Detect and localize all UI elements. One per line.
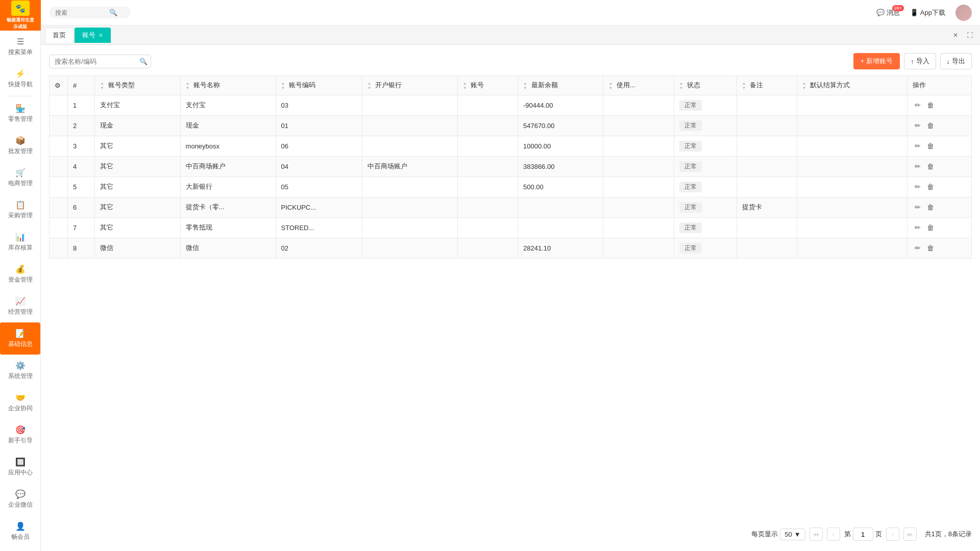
main-area: 🔍 💬 消息 99+ 📱 App下载 首页 账号 ✕ ✕ ⛶ [41,0,980,551]
sidebar-item-app-center[interactable]: 🔲 应用中心 [0,451,40,483]
cell-default-settle [797,238,907,258]
cell-type: 支付宝 [95,95,180,115]
page-size-dropdown[interactable]: 50 ▼ [780,529,805,540]
enterprise-icon: 🤝 [15,393,26,403]
sidebar-item-retail-mgmt[interactable]: 🏪 零售管理 [0,97,40,130]
sidebar-item-label: 库存核算 [8,243,33,252]
delete-button[interactable]: 🗑 [925,243,936,253]
sidebar-item-basic-info[interactable]: 📝 基础信息 [0,322,40,355]
col-default-settle[interactable]: ▲▼ 默认结算方式 [797,76,907,95]
sidebar-item-finance-mgmt[interactable]: 💰 资金管理 [0,258,40,290]
edit-button[interactable]: ✏ [913,100,923,110]
import-button[interactable]: ↑ 导入 [904,53,936,69]
sidebar-item-ecommerce-mgmt[interactable]: 🛒 电商管理 [0,162,40,194]
last-page-button[interactable]: ⏭ [903,528,917,541]
wholesale-icon: 📦 [15,136,26,145]
cell-balance: 28241.10 [518,238,603,258]
sidebar-item-ops-mgmt[interactable]: 📈 经营管理 [0,290,40,322]
col-bank[interactable]: ▲▼ 开户银行 [362,76,457,95]
edit-button[interactable]: ✏ [913,243,923,253]
cell-account [457,156,518,177]
edit-button[interactable]: ✏ [913,120,923,131]
table-row: 8 微信 微信 02 28241.10 正常 ✏ 🗑 [50,238,972,258]
cell-remark [737,136,797,156]
sidebar-item-enterprise-wechat[interactable]: 💬 企业微信 [0,483,40,515]
export-icon: ↓ [947,58,950,65]
account-search-box[interactable]: 🔍 [49,55,151,68]
edit-button[interactable]: ✏ [913,141,923,151]
cell-bank [362,238,457,258]
col-balance[interactable]: ▲▼ 最新余额 [518,76,603,95]
sidebar-item-search-menu[interactable]: ☰ 搜索菜单 [0,31,40,63]
cell-num: 6 [68,197,95,217]
home-tab-label: 首页 [53,31,66,40]
delete-button[interactable]: 🗑 [925,202,936,212]
sidebar-item-inventory[interactable]: 📊 库存核算 [0,226,40,258]
edit-button[interactable]: ✏ [913,182,923,192]
col-type[interactable]: ▲▼ 账号类型 [95,76,180,95]
quick-nav-icon: ⚡ [15,69,26,79]
cell-action: ✏ 🗑 [908,197,972,217]
edit-button[interactable]: ✏ [913,202,923,212]
col-account[interactable]: ▲▼ 账号 [457,76,518,95]
export-button[interactable]: ↓ 导出 [940,53,972,69]
col-remark[interactable]: ▲▼ 备注 [737,76,797,95]
col-code[interactable]: ▲▼ 账号编码 [276,76,362,95]
ops-icon: 📈 [15,296,26,306]
col-status[interactable]: ▲▼ 状态 [674,76,737,95]
cell-status: 正常 [674,95,737,115]
cell-name: 支付宝 [180,95,276,115]
sort-icon: ▲▼ [281,81,285,90]
cell-num: 1 [68,95,95,115]
delete-button[interactable]: 🗑 [925,120,936,131]
sidebar-item-enterprise-agree[interactable]: 🤝 企业协同 [0,387,40,419]
sidebar-item-new-guide[interactable]: 🎯 新手引导 [0,419,40,451]
sidebar-item-label: 资金管理 [8,276,33,284]
account-table: ⚙ # ▲▼ 账号类型 ▲▼ 账号名称 ▲▼ 账号编码 [49,76,972,259]
cell-num: 2 [68,115,95,136]
tab-home[interactable]: 首页 [45,28,74,43]
top-search-input[interactable] [55,9,106,16]
system-icon: ⚙️ [15,361,26,370]
tab-account[interactable]: 账号 ✕ [75,28,111,43]
cell-usage [603,177,674,197]
edit-button[interactable]: ✏ [913,161,923,171]
user-avatar[interactable] [955,5,972,21]
cell-action: ✏ 🗑 [908,217,972,238]
page-number-input[interactable] [853,528,873,541]
delete-button[interactable]: 🗑 [925,141,936,151]
next-page-button[interactable]: › [886,528,899,541]
edit-button[interactable]: ✏ [913,222,923,233]
delete-button[interactable]: 🗑 [925,222,936,233]
cell-balance: -90444.00 [518,95,603,115]
sidebar-item-quick-nav[interactable]: ⚡ 快捷导航 [0,63,40,95]
window-close-button[interactable]: ✕ [949,29,962,41]
message-button[interactable]: 💬 消息 99+ [876,8,900,17]
cell-type: 微信 [95,238,180,258]
col-name[interactable]: ▲▼ 账号名称 [180,76,276,95]
cell-account [457,177,518,197]
app-download-button[interactable]: 📱 App下载 [910,8,945,17]
col-settings[interactable]: ⚙ [50,76,68,95]
delete-button[interactable]: 🗑 [925,161,936,171]
status-badge: 正常 [679,182,702,192]
sidebar-item-member[interactable]: 👤 畅会员 [0,515,40,547]
col-usage[interactable]: ▲▼ 使用... [603,76,674,95]
first-page-button[interactable]: ⏮ [810,528,823,541]
sidebar-item-purchase-mgmt[interactable]: 📋 采购管理 [0,194,40,226]
cell-usage [603,136,674,156]
sidebar-item-label: 快捷导航 [8,80,33,89]
tab-close-icon[interactable]: ✕ [99,32,103,39]
table-row: 5 其它 大新银行 05 500.00 正常 ✏ 🗑 [50,177,972,197]
pagination: 每页显示 50 ▼ ⏮ ‹ 第 页 › ⏭ 共1页，8条记录 [49,521,972,543]
sidebar-item-system-mgmt[interactable]: ⚙️ 系统管理 [0,355,40,387]
add-account-button[interactable]: + 新增账号 [853,53,900,69]
account-search-input[interactable] [55,58,136,65]
sidebar-item-wholesale-mgmt[interactable]: 📦 批发管理 [0,130,40,162]
top-search-box[interactable]: 🔍 [49,7,131,18]
delete-button[interactable]: 🗑 [925,182,936,192]
delete-button[interactable]: 🗑 [925,100,936,110]
status-badge: 正常 [679,243,702,254]
window-maximize-button[interactable]: ⛶ [964,29,976,41]
prev-page-button[interactable]: ‹ [827,528,840,541]
